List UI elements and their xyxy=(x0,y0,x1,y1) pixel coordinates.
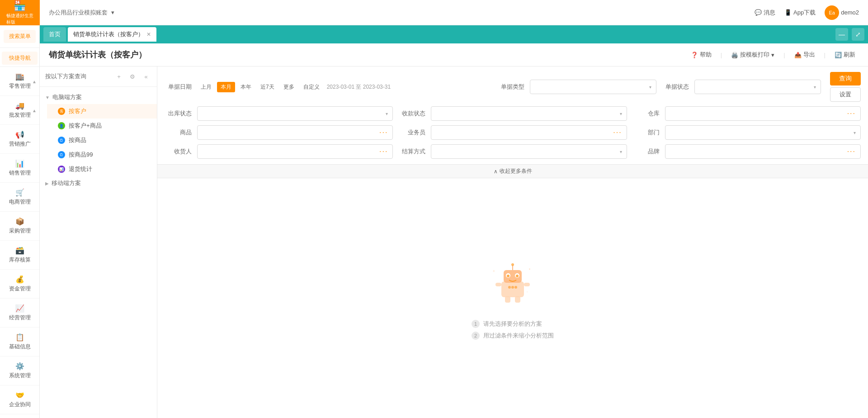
sales-icon: 📊 xyxy=(15,159,24,168)
tree-item-by-customer-goods[interactable]: 👤 按客户+商品 xyxy=(47,119,157,133)
ecommerce-icon: 🛒 xyxy=(15,188,24,197)
query-button[interactable]: 查询 xyxy=(830,72,861,86)
svg-rect-9 xyxy=(524,283,530,286)
user-avatar: Ea xyxy=(825,5,839,20)
date-tab-current-year[interactable]: 本年 xyxy=(237,82,255,92)
left-panel-actions: + ⚙ « xyxy=(113,71,151,82)
tab-close-icon[interactable]: ✕ xyxy=(146,31,151,38)
svg-point-7 xyxy=(511,263,514,266)
date-tab-last-month[interactable]: 上月 xyxy=(197,82,215,92)
tree-item-by-customer[interactable]: 客 按客户 xyxy=(47,104,157,119)
sidebar-item-sales[interactable]: 📊 销售管理 xyxy=(0,154,39,183)
date-tab-more[interactable]: 更多 xyxy=(280,82,298,92)
user-profile[interactable]: Ea demo2 xyxy=(825,5,859,20)
sidebar-item-inventory[interactable]: 🗃️ 库存核算 xyxy=(0,241,39,270)
home-tab-label: 首页 xyxy=(49,30,61,38)
settings-scheme-button[interactable]: ⚙ xyxy=(127,71,138,82)
tab-sales-stat[interactable]: 销货单统计计表（按客户） ✕ xyxy=(68,27,156,42)
receipt-select[interactable]: ▾ xyxy=(431,106,627,121)
sidebar: 🏪 畅捷通好生意 标版 搜索菜单 快捷导航 🏬 零售管理 ▲ 🚚 批发管理 ▲ … xyxy=(0,0,40,418)
sidebar-item-wholesale-label: 批发管理 xyxy=(9,111,31,119)
sidebar-item-finance[interactable]: 💰 资金管理 xyxy=(0,270,39,299)
message-label: 消息 xyxy=(764,9,775,17)
tree-group-desktop-header[interactable]: ▼ 电脑端方案 xyxy=(40,90,157,104)
sidebar-item-wholesale[interactable]: 🚚 批发管理 ▲ xyxy=(0,96,39,125)
print-icon: 🖨️ xyxy=(731,52,738,58)
message-button[interactable]: 💬 消息 xyxy=(755,9,775,17)
collapse-bar[interactable]: ∧ 收起更多条件 xyxy=(157,165,868,178)
tab-home[interactable]: 首页 xyxy=(43,27,66,42)
tab-maximize-button[interactable]: ⤢ xyxy=(852,28,864,41)
print-dropdown-icon: ▾ xyxy=(771,52,774,58)
add-scheme-button[interactable]: + xyxy=(113,71,124,82)
by-customer-goods-icon: 👤 xyxy=(58,122,65,129)
date-tab-last-7[interactable]: 近7天 xyxy=(257,82,278,92)
tree-item-by-goods-99[interactable]: 🗒 按商品99 xyxy=(47,147,157,162)
collapse-panel-button[interactable]: « xyxy=(141,71,151,82)
template-print-button[interactable]: 🖨️ 按模板打印 ▾ xyxy=(727,49,778,61)
tree-group-mobile-header[interactable]: ▶ 移动端方案 xyxy=(40,176,157,190)
recipient-input[interactable]: ··· xyxy=(197,144,393,159)
doc-type-select[interactable]: ▾ xyxy=(530,80,656,94)
left-panel: 按以下方案查询 + ⚙ « ▼ 电脑端方案 xyxy=(40,66,157,418)
by-goods-99-icon: 🗒 xyxy=(58,151,65,158)
outbound-select[interactable]: ▾ xyxy=(197,106,393,121)
refresh-button[interactable]: 🔄 刷新 xyxy=(831,49,859,61)
main-content: 办公用品行业模拟账套 ▾ 💬 消息 📱 App下载 Ea demo2 首页 xyxy=(40,0,868,418)
tab-minimize-button[interactable]: — xyxy=(835,28,848,41)
sidebar-item-ecommerce[interactable]: 🛒 电商管理 xyxy=(0,183,39,212)
app-download-button[interactable]: 📱 App下载 xyxy=(784,9,816,17)
purchase-icon: 📦 xyxy=(15,217,24,226)
search-menu-button[interactable]: 搜索菜单 xyxy=(4,30,36,43)
quicknav-button[interactable]: 快捷导航 xyxy=(2,52,38,65)
body-area: 按以下方案查询 + ⚙ « ▼ 电脑端方案 xyxy=(40,66,868,418)
sidebar-item-retail[interactable]: 🏬 零售管理 ▲ xyxy=(0,67,39,96)
username-label: demo2 xyxy=(841,9,859,16)
sidebar-item-purchase[interactable]: 📦 采购管理 xyxy=(0,212,39,241)
sidebar-item-operations[interactable]: 📈 经营管理 xyxy=(0,299,39,328)
doc-status-select[interactable]: ▾ xyxy=(694,80,821,94)
goods-input[interactable]: ··· xyxy=(197,125,393,140)
setting-button[interactable]: 设置 xyxy=(830,87,861,102)
doc-status-label: 单据状态 xyxy=(662,83,689,91)
tree-item-by-goods[interactable]: 🗒 按商品 xyxy=(47,133,157,147)
sidebar-item-system[interactable]: ⚙️ 系统管理 xyxy=(0,356,39,385)
department-dropdown-icon: ▾ xyxy=(854,130,856,135)
svg-rect-0 xyxy=(501,281,524,297)
header-breadcrumb[interactable]: 办公用品行业模拟账套 ▾ xyxy=(49,9,114,17)
svg-rect-10 xyxy=(505,296,510,303)
inventory-icon: 🗃️ xyxy=(15,246,24,255)
salesman-dots: ··· xyxy=(613,128,622,137)
wholesale-arrow-icon: ▲ xyxy=(32,108,37,113)
by-customer-goods-label: 按客户+商品 xyxy=(69,122,102,130)
sidebar-item-marketing[interactable]: 📢 营销推广 xyxy=(0,125,39,154)
brand-input[interactable]: ··· xyxy=(665,144,861,159)
empty-tip-1: 1 请先选择要分析的方案 xyxy=(472,320,554,328)
date-label: 单据日期 xyxy=(165,83,192,91)
help-button[interactable]: ❓ 帮助 xyxy=(687,49,715,61)
enterprise-icon: 🤝 xyxy=(15,391,24,399)
empty-tips: 1 请先选择要分析的方案 2 用过滤条件来缩小分析范围 xyxy=(472,320,554,340)
sidebar-item-newbie[interactable]: 🎯 新手引导 xyxy=(0,414,39,418)
breadcrumb-text: 办公用品行业模拟账套 xyxy=(49,9,108,17)
date-tab-custom[interactable]: 自定义 xyxy=(300,82,323,92)
sidebar-item-basicinfo[interactable]: 📋 基础信息 xyxy=(0,328,39,356)
filter-area: 单据日期 上月 本月 本年 近7天 更多 自定义 2023-03-01 至 20… xyxy=(157,66,868,165)
right-panel: 单据日期 上月 本月 本年 近7天 更多 自定义 2023-03-01 至 20… xyxy=(157,66,868,418)
app-download-label: App下载 xyxy=(793,9,816,17)
settlement-select[interactable]: ▾ xyxy=(431,144,627,159)
tab-expand-area: — ⤢ xyxy=(835,28,864,41)
filter-row-4: 收货人 ··· 结算方式 ▾ 品牌 ··· xyxy=(165,144,861,159)
app-download-icon: 📱 xyxy=(784,9,792,16)
salesman-input[interactable]: ··· xyxy=(431,125,627,140)
warehouse-input[interactable]: ··· xyxy=(665,106,861,121)
sidebar-item-enterprise[interactable]: 🤝 企业协同 xyxy=(0,385,39,414)
date-tab-current-month[interactable]: 本月 xyxy=(217,82,235,92)
breadcrumb-dropdown-icon: ▾ xyxy=(111,9,114,16)
export-button[interactable]: 📤 导出 xyxy=(791,49,819,61)
date-range-text: 2023-03-01 至 2023-03-31 xyxy=(327,83,391,91)
brand-dots: ··· xyxy=(847,147,856,156)
app-logo[interactable]: 🏪 畅捷通好生意 标版 xyxy=(0,0,40,25)
tree-item-return-stat[interactable]: 📊 退货统计 xyxy=(47,162,157,176)
department-select[interactable]: ▾ xyxy=(665,125,861,140)
